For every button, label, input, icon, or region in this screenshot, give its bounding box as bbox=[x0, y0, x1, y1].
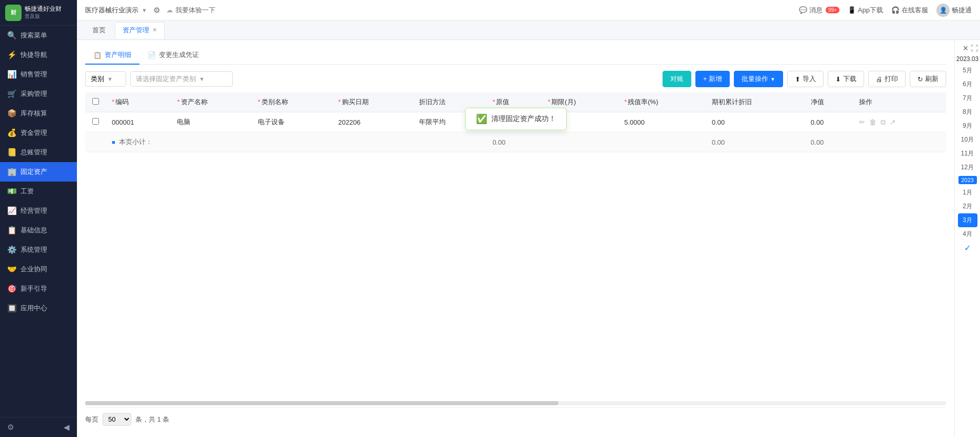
search-icon: 🔍 bbox=[7, 31, 16, 40]
user-profile[interactable]: 👤 畅捷通 bbox=[936, 4, 972, 17]
subtotal-initial-accumulated: 0.00 bbox=[706, 132, 805, 152]
subtotal-action bbox=[853, 132, 946, 152]
page-size-select[interactable]: 50 100 200 bbox=[103, 413, 131, 426]
month-item-3月[interactable]: 3月 bbox=[958, 213, 977, 227]
sidebar-item-label-search: 搜索菜单 bbox=[21, 31, 47, 40]
new-button[interactable]: + 新增 bbox=[695, 71, 730, 87]
category-input[interactable]: 请选择固定资产类别 ▼ bbox=[130, 71, 233, 87]
select-all-checkbox[interactable] bbox=[92, 98, 99, 105]
system-icon: ⚙️ bbox=[7, 245, 16, 254]
sidebar-item-quicknav[interactable]: ⚡快捷导航 bbox=[0, 45, 77, 65]
sidebar-item-salary[interactable]: 💵工资 bbox=[0, 182, 77, 201]
refresh-icon: ↻ bbox=[917, 75, 923, 83]
toolbar: 类别 ▼ 请选择固定资产类别 ▼ 对账 + 新增 bbox=[85, 71, 946, 87]
sidebar-item-funds[interactable]: 💰资金管理 bbox=[0, 123, 77, 143]
month-item-7月[interactable]: 7月 bbox=[958, 91, 977, 105]
reconcile-button[interactable]: 对账 bbox=[663, 71, 691, 87]
sidebar-item-basic[interactable]: 📋基础信息 bbox=[0, 221, 77, 240]
sidebar-item-sales[interactable]: 📊销售管理 bbox=[0, 65, 77, 84]
collapse-icon[interactable]: ◀ bbox=[64, 423, 70, 432]
close-panel-icon[interactable]: ✕ bbox=[963, 44, 969, 52]
notifications-button[interactable]: 💬 消息 99+ bbox=[799, 6, 839, 15]
row-checkbox[interactable] bbox=[92, 118, 99, 125]
copy-icon[interactable]: ⧉ bbox=[881, 118, 886, 127]
sidebar-item-label-salary: 工资 bbox=[21, 187, 34, 196]
sidebar-item-label-sales: 销售管理 bbox=[21, 70, 47, 79]
month-item-12月[interactable]: 12月 bbox=[958, 161, 977, 174]
toolbar-left: 类别 ▼ 请选择固定资产类别 ▼ bbox=[85, 71, 233, 87]
settings-icon[interactable]: ⚙ bbox=[7, 423, 14, 432]
success-toast: ✅ 清理固定资产成功！ bbox=[465, 108, 567, 130]
month-item-4月[interactable]: 4月 bbox=[958, 227, 977, 241]
app-download-button[interactable]: 📱 App下载 bbox=[848, 6, 883, 15]
header-net-value: 净值 bbox=[805, 92, 853, 112]
tab-home[interactable]: 首页 bbox=[85, 23, 113, 38]
download-icon-btn: ⬇ bbox=[835, 75, 841, 83]
expand-panel-icon[interactable]: ⛶ bbox=[971, 44, 978, 52]
tab-close-icon[interactable]: ✕ bbox=[152, 27, 157, 33]
batch-button[interactable]: 批量操作 ▼ bbox=[734, 71, 783, 87]
page-content: 📋 资产明细 📄 变更生成凭证 类别 ▼ 请选择固定资产类别 bbox=[77, 40, 954, 437]
tab-asset-management[interactable]: 资产管理 ✕ bbox=[115, 22, 165, 38]
year-label: 2023.03 bbox=[956, 54, 978, 64]
category-filter[interactable]: 类别 ▼ bbox=[85, 71, 126, 87]
sidebar-item-collab[interactable]: 🤝企业协同 bbox=[0, 260, 77, 279]
sidebar-item-label-purchase: 采购管理 bbox=[21, 89, 47, 98]
sidebar-item-guide[interactable]: 🎯新手引导 bbox=[0, 279, 77, 299]
sidebar-item-ops[interactable]: 📈经营管理 bbox=[0, 201, 77, 221]
month-item-2月[interactable]: 2月 bbox=[958, 200, 977, 213]
year-badge: 2023 bbox=[958, 176, 977, 184]
row-residual-rate: 5.0000 bbox=[618, 112, 706, 132]
sidebar-item-label-appstore: 应用中心 bbox=[21, 304, 47, 313]
month-item-5月[interactable]: 5月 bbox=[958, 64, 977, 77]
month-item-8月[interactable]: 8月 bbox=[958, 105, 977, 119]
sidebar-item-inventory[interactable]: 📦库存核算 bbox=[0, 104, 77, 123]
import-button[interactable]: ⬆ 导入 bbox=[787, 71, 824, 87]
delete-icon[interactable]: 🗑 bbox=[869, 118, 876, 127]
purchase-icon: 🛒 bbox=[7, 89, 16, 98]
month-item-10月[interactable]: 10月 bbox=[958, 133, 977, 147]
import-icon: ⬆ bbox=[795, 75, 801, 83]
month-item-11月[interactable]: 11月 bbox=[958, 147, 977, 161]
avatar: 👤 bbox=[936, 4, 950, 17]
month-item-6月[interactable]: 6月 bbox=[958, 77, 977, 91]
download-icon: 📱 bbox=[848, 6, 856, 14]
subtotal-label: ■ 本页小计： bbox=[106, 132, 486, 152]
list-icon: 📋 bbox=[93, 51, 102, 59]
experience-button[interactable]: ☁ 我要体验一下 bbox=[166, 6, 215, 15]
download-button[interactable]: ⬇ 下载 bbox=[828, 71, 864, 87]
tab-asset-label: 资产管理 bbox=[123, 26, 149, 35]
batch-label: 批量操作 bbox=[742, 74, 768, 84]
refresh-button[interactable]: ↻ 刷新 bbox=[910, 71, 946, 87]
month-item-1月[interactable]: 1月 bbox=[958, 186, 977, 200]
experience-label: 我要体验一下 bbox=[175, 6, 215, 15]
batch-arrow-icon: ▼ bbox=[770, 76, 775, 82]
sidebar-item-purchase[interactable]: 🛒采购管理 bbox=[0, 84, 77, 104]
download-label: 下载 bbox=[843, 74, 856, 84]
sidebar-item-appstore[interactable]: 🔲应用中心 bbox=[0, 299, 77, 318]
topbar: 医疗器械行业演示 ▼ ⚙ ☁ 我要体验一下 💬 消息 99+ 📱 App下载 🎧… bbox=[77, 0, 980, 21]
row-category: 电子设备 bbox=[252, 112, 332, 132]
month-item-9月[interactable]: 9月 bbox=[958, 119, 977, 133]
more-icon[interactable]: ↗ bbox=[890, 118, 896, 127]
ops-icon: 📈 bbox=[7, 206, 16, 215]
sidebar-item-search[interactable]: 🔍搜索菜单 bbox=[0, 26, 77, 45]
sidebar-item-ledger[interactable]: 📒总账管理 bbox=[0, 143, 77, 162]
row-initial-accumulated: 0.00 bbox=[706, 112, 805, 132]
online-service-button[interactable]: 🎧 在线客服 bbox=[891, 6, 928, 15]
sub-tab-voucher[interactable]: 📄 变更生成凭证 bbox=[139, 46, 207, 65]
print-button[interactable]: 🖨 打印 bbox=[868, 71, 906, 87]
edit-icon[interactable]: ✏ bbox=[859, 118, 865, 127]
company-selector[interactable]: 医疗器械行业演示 ▼ bbox=[85, 6, 147, 15]
settings-gear-icon[interactable]: ⚙ bbox=[153, 6, 160, 15]
sidebar-item-system[interactable]: ⚙️系统管理 bbox=[0, 240, 77, 260]
app-download-label: App下载 bbox=[858, 6, 883, 15]
sidebar-item-label-fixed: 固定资产 bbox=[21, 167, 47, 176]
horizontal-scrollbar[interactable] bbox=[85, 401, 946, 405]
sidebar-item-fixed[interactable]: 🏢固定资产 bbox=[0, 162, 77, 182]
sidebar-logo: 财 畅捷通好业财 普及版 bbox=[0, 0, 77, 26]
header-name: *资产名称 bbox=[171, 92, 251, 112]
company-name: 医疗器械行业演示 bbox=[85, 6, 138, 15]
confirm-icon[interactable]: ✓ bbox=[964, 243, 971, 253]
sub-tab-asset-detail[interactable]: 📋 资产明细 bbox=[85, 46, 139, 65]
